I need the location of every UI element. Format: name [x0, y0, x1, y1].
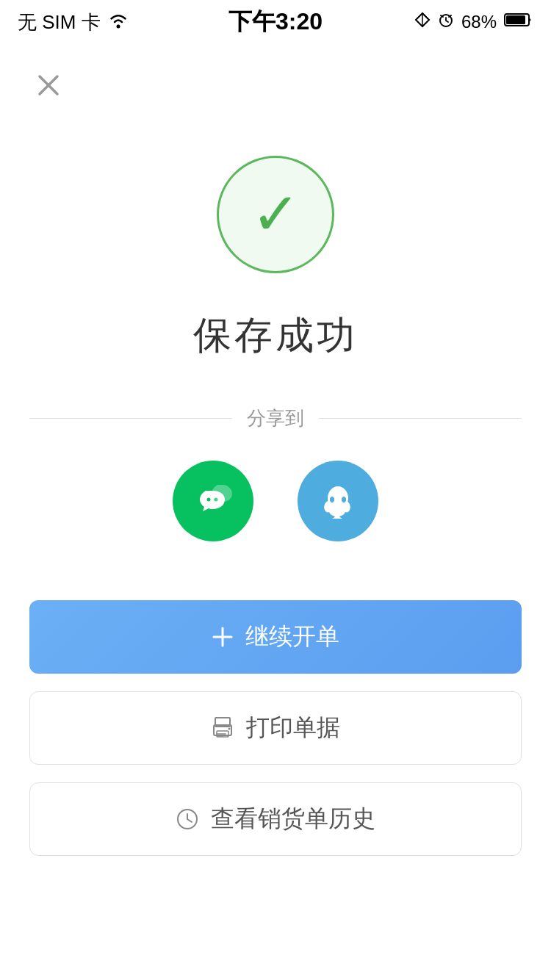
status-time: 下午3:20: [228, 6, 323, 38]
svg-line-21: [187, 819, 192, 822]
status-bar: 无 SIM 卡 下午3:20 68: [0, 0, 551, 44]
continue-order-button[interactable]: 继续开单: [29, 600, 522, 674]
plus-icon: [212, 626, 234, 648]
share-icons-row: [173, 461, 378, 541]
svg-rect-3: [506, 15, 525, 24]
success-title: 保存成功: [193, 310, 358, 361]
svg-point-9: [330, 497, 334, 502]
svg-point-0: [116, 24, 120, 28]
battery-percent: 68%: [461, 12, 497, 32]
close-button-wrapper: [0, 44, 551, 112]
wifi-icon: [108, 11, 129, 34]
location-icon: [414, 12, 431, 32]
printer-icon: [211, 716, 234, 740]
alarm-icon: [438, 12, 454, 32]
history-button[interactable]: 查看销货单历史: [29, 782, 522, 856]
divider-right: [319, 418, 522, 419]
battery-icon: [504, 12, 533, 32]
share-wechat-button[interactable]: [173, 461, 253, 541]
main-content: ✓ 保存成功 分享到: [0, 112, 551, 980]
share-qq-button[interactable]: [298, 461, 378, 541]
continue-order-label: 继续开单: [245, 621, 339, 653]
svg-point-16: [228, 728, 231, 730]
share-section: 分享到: [29, 406, 522, 541]
history-label: 查看销货单历史: [211, 803, 375, 835]
clock-icon: [176, 807, 199, 831]
svg-point-6: [207, 498, 211, 502]
actions-section: 继续开单 打印单据 查看销货单历史: [29, 600, 522, 856]
sim-text: 无 SIM 卡: [18, 10, 101, 35]
divider-left: [29, 418, 232, 419]
close-button[interactable]: [29, 66, 68, 104]
svg-point-10: [342, 497, 346, 502]
success-circle: ✓: [217, 156, 334, 273]
print-label: 打印单据: [246, 712, 340, 744]
checkmark-icon: ✓: [251, 185, 300, 244]
status-left: 无 SIM 卡: [18, 10, 129, 35]
divider-row: 分享到: [29, 406, 522, 431]
print-button[interactable]: 打印单据: [29, 691, 522, 765]
status-right: 68%: [414, 12, 533, 32]
share-label: 分享到: [247, 406, 304, 431]
